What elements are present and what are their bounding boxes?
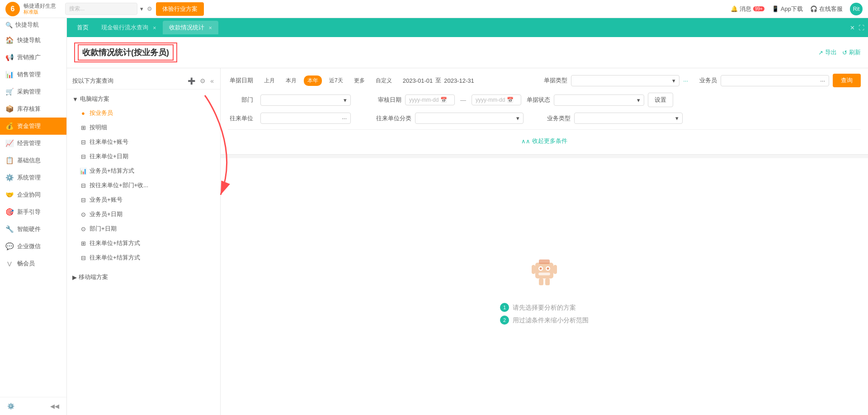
tab-bank-flow[interactable]: 现金银行流水查询 × <box>95 21 163 34</box>
settings-icon[interactable]: ⚙ <box>143 3 156 15</box>
search-menu-item[interactable]: 🔍 快捷导航 <box>0 18 66 32</box>
collapse-sidebar-btn[interactable]: ◀◀ <box>48 401 61 411</box>
sidebar-item-finance[interactable]: 💰 资金管理 <box>0 118 66 135</box>
export-button[interactable]: ↗ 导出 <box>818 48 837 57</box>
scheme-partner-account[interactable]: ⊟ 往来单位+账号 <box>67 135 220 149</box>
tab-close-collection-stats[interactable]: × <box>209 24 212 31</box>
scheme-salesman-settle[interactable]: 📊 业务员+结算方式 <box>67 164 220 178</box>
scheme-salesman-account[interactable]: ⊟ 业务员+账号 <box>67 193 220 207</box>
scheme-by-detail[interactable]: ⊞ 按明细 <box>67 120 220 135</box>
sidebar-item-guide[interactable]: 🎯 新手引导 <box>0 203 66 221</box>
sidebar-item-enterprise[interactable]: 🤝 企业协同 <box>0 186 66 203</box>
scheme-partner-dept-collect[interactable]: ⊟ 按往来单位+部门+收... <box>67 178 220 193</box>
doc-status-select[interactable]: ▾ <box>554 94 644 106</box>
step-2: 2 用过滤条件来缩小分析范围 <box>500 314 589 326</box>
btn-this-month[interactable]: 本月 <box>282 75 300 86</box>
mobile-scheme-group: ▶ 移动端方案 <box>67 268 220 287</box>
business-icon: 📈 <box>5 139 14 147</box>
btn-7days[interactable]: 近7天 <box>326 75 347 86</box>
review-date-to[interactable]: yyyy-mm-dd 📅 <box>472 94 521 105</box>
filter-area: 单据日期 上月 本月 本年 近7天 更多 自定义 <box>221 68 868 155</box>
salesman-select[interactable]: ··· <box>721 75 829 86</box>
empty-robot-icon <box>522 247 567 292</box>
btn-last-month[interactable]: 上月 <box>260 75 278 86</box>
trial-button[interactable]: 体验行业方案 <box>156 2 204 16</box>
tab-bar: 首页 现金银行流水查询 × 收款情况统计 × ✕ ⛶ <box>67 18 868 37</box>
dept-date-icon: ⊙ <box>80 225 87 232</box>
guide-icon: 🎯 <box>5 208 14 216</box>
tab-close-bank-flow[interactable]: × <box>153 24 156 31</box>
mobile-group-header[interactable]: ▶ 移动端方案 <box>67 270 220 284</box>
right-panel: 单据日期 上月 本月 本年 近7天 更多 自定义 <box>221 68 868 415</box>
btn-custom-date[interactable]: 自定义 <box>372 75 396 86</box>
scheme-partner-date[interactable]: ⊟ 往来单位+日期 <box>67 149 220 164</box>
top-bar: 6 畅捷通好生意 标准版 搜索... ▾ ⚙ 体验行业方案 🔔 消息 99+ 📱… <box>0 0 868 18</box>
add-scheme-btn[interactable]: ➕ <box>187 76 196 85</box>
scheme-salesman-date[interactable]: ⊙ 业务员+日期 <box>67 207 220 222</box>
sidebar-item-hardware[interactable]: 🔧 智能硬件 <box>0 221 66 238</box>
sidebar-item-sales[interactable]: 📊 销售管理 <box>0 66 66 83</box>
tab-bar-right: ✕ ⛶ <box>850 24 864 31</box>
footer-settings[interactable]: ⚙️ <box>5 401 16 411</box>
settings-button[interactable]: 设置 <box>648 93 673 107</box>
user-avatar[interactable]: Rit <box>850 3 863 15</box>
scheme-partner-settle2[interactable]: ⊟ 往来单位+结算方式 <box>67 250 220 265</box>
detail-icon: ⊞ <box>80 124 87 131</box>
sidebar-item-basic[interactable]: 📋 基础信息 <box>0 152 66 169</box>
app-download-action[interactable]: 📱 App下载 <box>772 5 803 13</box>
btn-more-date[interactable]: 更多 <box>350 75 368 86</box>
dept-label: 部门 <box>228 96 253 104</box>
sidebar-item-quick-nav[interactable]: 🏠 快捷导航 <box>0 32 66 49</box>
dropdown-arrow[interactable]: ▾ <box>140 5 143 12</box>
sidebar-item-member[interactable]: V 畅会员 <box>0 255 66 272</box>
scheme-by-salesman[interactable]: ● 按业务员 <box>67 106 220 120</box>
query-button[interactable]: 查询 <box>833 74 861 87</box>
online-service-action[interactable]: 🎧 在线客服 <box>810 5 843 13</box>
tab-expand[interactable]: ⛶ <box>859 24 864 31</box>
search-bar[interactable]: 搜索... <box>65 3 137 15</box>
sidebar: 🔍 快捷导航 🏠 快捷导航 📢 营销推广 📊 销售管理 🛒 采购管理 📦 <box>0 18 67 415</box>
manage-scheme-btn[interactable]: ⚙ <box>199 76 207 85</box>
collapse-filters-btn[interactable]: ∧∧ 收起更多条件 <box>228 133 861 149</box>
purchase-icon: 🛒 <box>5 88 14 96</box>
salesman-date-icon: ⊙ <box>80 211 87 218</box>
tab-collection-stats[interactable]: 收款情况统计 × <box>163 21 219 34</box>
biz-type-label: 业务类型 <box>545 114 571 123</box>
member-icon: V <box>5 259 14 268</box>
sidebar-item-wechat[interactable]: 💬 企业微信 <box>0 238 66 255</box>
partner-category-select[interactable]: ▾ <box>415 113 524 124</box>
scheme-partner-settle1[interactable]: ⊞ 往来单位+结算方式 <box>67 236 220 250</box>
review-date-from[interactable]: yyyy-mm-dd 📅 <box>405 94 455 105</box>
active-scheme-icon: ● <box>80 109 87 117</box>
page-body-wrapper: 按以下方案查询 ➕ ⚙ « ▼ 电脑端方案 ● <box>67 68 868 415</box>
partner-select[interactable]: ··· <box>260 113 351 124</box>
panel-header: 按以下方案查询 ➕ ⚙ « <box>67 73 220 90</box>
message-action[interactable]: 🔔 消息 99+ <box>731 5 764 13</box>
sidebar-item-purchase[interactable]: 🛒 采购管理 <box>0 83 66 100</box>
collapse-panel-btn[interactable]: « <box>209 76 215 85</box>
dept-chevron: ▾ <box>344 97 347 104</box>
inventory-icon: 📦 <box>5 105 14 113</box>
svg-rect-7 <box>532 265 535 274</box>
biz-type-select[interactable]: ▾ <box>574 113 683 124</box>
sidebar-item-inventory[interactable]: 📦 库存核算 <box>0 100 66 118</box>
download-icon: 📱 <box>772 5 779 12</box>
doc-type-select[interactable]: ▾ <box>571 75 679 86</box>
biz-chevron: ▾ <box>675 115 679 122</box>
sidebar-item-marketing[interactable]: 📢 营销推广 <box>0 49 66 66</box>
step-1: 1 请先选择要分析的方案 <box>500 301 589 314</box>
dept-select[interactable]: ▾ <box>260 94 351 106</box>
tab-close-window[interactable]: ✕ <box>850 24 855 31</box>
salesman-label: 业务员 <box>692 76 717 85</box>
svg-rect-6 <box>538 273 550 275</box>
search-icon: 🔍 <box>5 22 13 28</box>
scheme-dept-date[interactable]: ⊙ 部门+日期 <box>67 222 220 236</box>
doc-type-more[interactable]: ··· <box>683 77 688 84</box>
sidebar-item-business[interactable]: 📈 经营管理 <box>0 135 66 152</box>
chevron-right-icon: ▶ <box>72 274 77 281</box>
tab-home[interactable]: 首页 <box>71 21 95 34</box>
desktop-group-header[interactable]: ▼ 电脑端方案 <box>67 92 220 106</box>
btn-this-year[interactable]: 本年 <box>304 75 322 86</box>
refresh-button[interactable]: ↺ 刷新 <box>842 48 861 57</box>
sidebar-item-system[interactable]: ⚙️ 系统管理 <box>0 169 66 186</box>
